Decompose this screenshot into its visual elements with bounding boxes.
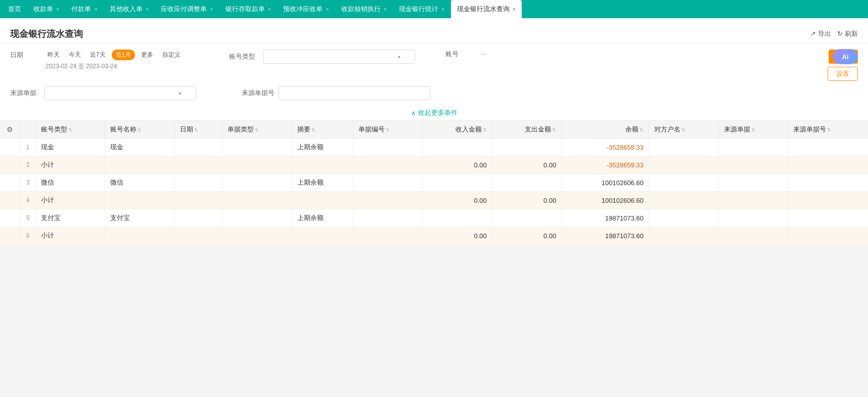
header-actions: ↗ 导出 ↻ 刷新	[810, 29, 858, 38]
date-1month[interactable]: 近1月	[112, 50, 135, 60]
th-source-doc[interactable]: 来源单据⇅	[718, 121, 788, 139]
date-custom[interactable]: 自定义	[159, 50, 184, 60]
td-source-doc	[718, 174, 788, 192]
account-dots-button[interactable]: ···	[480, 50, 486, 59]
td-source-doc-no	[788, 156, 868, 174]
close-advance-receipt-icon[interactable]: ×	[326, 6, 329, 12]
td-income: 0.00	[423, 156, 492, 174]
nav-payment[interactable]: 付款单 ×	[65, 0, 103, 18]
td-account-type: 微信	[35, 174, 105, 192]
source-doc-no-row: 来源单据号	[242, 86, 430, 100]
account-filter-block: 账号 ···	[445, 50, 486, 59]
ai-assistant-button[interactable]: Ai	[833, 49, 858, 64]
nav-home[interactable]: 首页	[2, 0, 27, 18]
td-doc-type	[222, 192, 292, 209]
account-type-select[interactable]: ▾	[263, 50, 415, 64]
sort-counterparty-icon: ⇅	[681, 127, 686, 133]
nav-receipt[interactable]: 收款单 ×	[27, 0, 65, 18]
sort-doc-type-icon: ⇅	[255, 127, 259, 133]
th-num	[20, 121, 35, 139]
td-income: 0.00	[423, 227, 492, 245]
nav-collection-exec[interactable]: 收款核销执行 ×	[335, 0, 393, 18]
nav-cash-bank-ledger[interactable]: 现金银行流水查询 ×	[451, 0, 522, 18]
td-account-type: 支付宝	[35, 209, 105, 227]
close-cash-bank-ledger-icon[interactable]: ×	[513, 6, 516, 12]
td-balance: -3528659.33	[562, 139, 649, 156]
td-expense	[492, 174, 562, 192]
th-date[interactable]: 日期⇅	[174, 121, 222, 139]
td-source-doc-no	[788, 227, 868, 245]
td-doc-no	[353, 156, 423, 174]
source-doc-no-input[interactable]	[279, 86, 430, 100]
th-account-name[interactable]: 账号名称⇅	[105, 121, 175, 139]
td-date	[174, 227, 222, 245]
close-bank-deposit-icon[interactable]: ×	[268, 6, 271, 12]
date-range-row: 2023-02-24 至 2023-03-24	[10, 62, 184, 71]
settings-button[interactable]: 设置	[828, 67, 858, 81]
th-balance[interactable]: 余额⇅	[562, 121, 649, 139]
td-source-doc	[718, 209, 788, 227]
td-balance: 100102606.60	[562, 174, 649, 192]
td-doc-no	[353, 139, 423, 156]
td-account-type: 小计	[35, 227, 105, 245]
sort-balance-icon: ⇅	[639, 127, 644, 133]
table-settings-icon[interactable]: ⚙	[7, 125, 13, 134]
td-counterparty	[649, 192, 718, 209]
nav-other-income[interactable]: 其他收入单 ×	[104, 0, 155, 18]
close-receipt-icon[interactable]: ×	[56, 6, 59, 12]
date-more[interactable]: 更多	[138, 50, 156, 60]
th-doc-type[interactable]: 单据类型⇅	[222, 121, 292, 139]
td-account-type: 现金	[35, 139, 105, 156]
td-source-doc-no	[788, 209, 868, 227]
refresh-button[interactable]: ↻ 刷新	[837, 29, 858, 38]
td-num: 4	[20, 192, 35, 209]
close-payment-icon[interactable]: ×	[94, 6, 97, 12]
date-range-display: 2023-02-24 至 2023-03-24	[45, 62, 117, 71]
nav-advance-receipt[interactable]: 预收冲应收单 ×	[277, 0, 335, 18]
sort-account-type-icon: ⇅	[68, 127, 72, 133]
th-expense[interactable]: 支出金额⇅	[492, 121, 562, 139]
date-yesterday[interactable]: 昨天	[44, 50, 63, 60]
close-cash-bank-stats-icon[interactable]: ×	[441, 6, 444, 12]
close-other-income-icon[interactable]: ×	[146, 6, 149, 12]
td-settings	[0, 139, 20, 156]
th-summary[interactable]: 摘要⇅	[292, 121, 353, 139]
table-row: 6 小计 0.00 0.00 19871073.60	[0, 227, 868, 245]
nav-adjustment[interactable]: 应收应付调整单 ×	[155, 0, 219, 18]
td-doc-type	[222, 209, 292, 227]
td-doc-type	[222, 139, 292, 156]
sort-date-icon: ⇅	[194, 127, 198, 133]
nav-bank-deposit[interactable]: 银行存取款单 ×	[219, 0, 277, 18]
date-filter-block: 日期 昨天 今天 近7天 近1月 更多 自定义 2023-02-24 至 202…	[10, 50, 184, 71]
sort-source-doc-icon: ⇅	[751, 127, 755, 133]
td-income: 0.00	[423, 192, 492, 209]
td-summary	[292, 227, 353, 245]
account-label: 账号	[445, 50, 476, 59]
source-doc-chevron: ▾	[179, 91, 181, 96]
th-doc-no[interactable]: 单据编号⇅	[353, 121, 423, 139]
close-adjustment-icon[interactable]: ×	[210, 6, 213, 12]
nav-cash-bank-stats[interactable]: 现金银行统计 ×	[393, 0, 450, 18]
td-account-type: 小计	[35, 156, 105, 174]
th-counterparty[interactable]: 对方户名⇅	[649, 121, 718, 139]
close-collection-exec-icon[interactable]: ×	[384, 6, 387, 12]
td-summary	[292, 192, 353, 209]
sort-expense-icon: ⇅	[552, 127, 556, 133]
th-source-doc-no[interactable]: 来源单据号⇅	[788, 121, 868, 139]
date-7days[interactable]: 近7天	[87, 50, 109, 60]
td-summary: 上期余额	[292, 209, 353, 227]
th-account-type[interactable]: 账号类型⇅	[35, 121, 105, 139]
td-settings	[0, 156, 20, 174]
date-today[interactable]: 今天	[66, 50, 84, 60]
td-source-doc	[718, 192, 788, 209]
page-title: 现金银行流水查询	[10, 28, 83, 40]
collapse-bar[interactable]: ∧ 收起更多条件	[0, 105, 868, 121]
td-doc-no	[353, 227, 423, 245]
td-summary	[292, 156, 353, 174]
source-doc-select[interactable]: ▾	[44, 86, 196, 100]
td-date	[174, 209, 222, 227]
th-income[interactable]: 收入金额⇅	[423, 121, 492, 139]
export-button[interactable]: ↗ 导出	[810, 29, 831, 38]
th-settings[interactable]: ⚙	[0, 121, 20, 139]
account-type-chevron: ▾	[398, 54, 400, 60]
